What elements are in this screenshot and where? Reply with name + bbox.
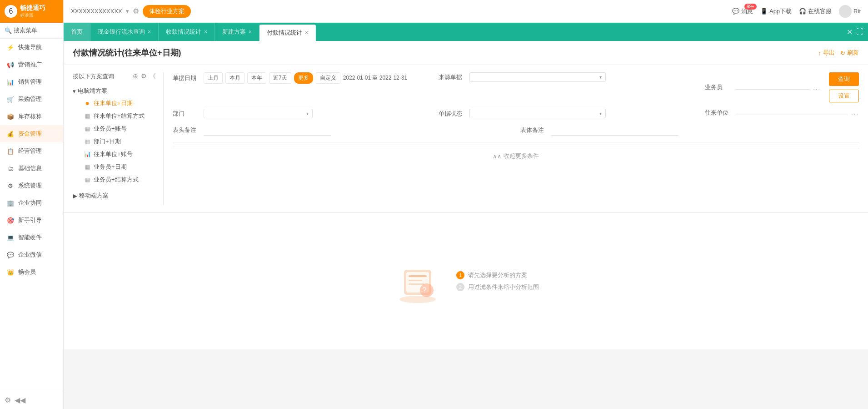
tab-home-label: 首页 [71,28,83,36]
scheme-item-salesman-settle[interactable]: ▦ 业务员+结算方式 [80,173,156,186]
page-content: 付款情况统计(往来单位+日期) ↑ 导出 ↻ 刷新 按以下方案查询 ⊕ [64,41,868,409]
salesman-input-area [736,86,809,90]
sidebar-item-sales[interactable]: 📊 销售管理 [0,73,63,91]
this-month-btn[interactable]: 本月 [225,72,244,84]
tab-bank-close[interactable]: × [148,29,151,35]
sidebar-item-guide[interactable]: 🎯 新手引导 [0,212,63,229]
user-avatar-action[interactable]: Rit [839,5,861,18]
svg-rect-4 [409,280,422,281]
company-name: XXXXXXXXXXXXX [71,8,122,15]
sidebar-item-member[interactable]: 👑 畅会员 [0,263,63,281]
tab-home[interactable]: 首页 [64,23,90,41]
tab-new-scheme[interactable]: 新建方案 × [215,23,259,41]
service-action[interactable]: 🎧 在线客服 [799,7,832,15]
search-menu[interactable]: 🔍 搜索菜单 [0,23,63,39]
close-all-tabs-icon[interactable]: ✕ [847,28,853,36]
status-select[interactable]: ▾ [469,109,606,118]
source-select[interactable]: ▾ [469,72,606,82]
settings-bottom-icon[interactable]: ⚙ [5,396,11,404]
tab-payment-stat-close[interactable]: × [305,30,308,36]
app-download-action[interactable]: 📱 App下载 [760,7,792,15]
sidebar-item-system[interactable]: ⚙ 系统管理 [0,177,63,194]
sidebar-item-corp[interactable]: 🏢 企业协同 [0,194,63,212]
tab-income[interactable]: 收款情况统计 × [159,23,215,41]
scheme-item-counterpart-account[interactable]: 📊 往来单位+账号 [80,148,156,161]
sidebar-nav: ⚡ 快捷导航 📢 营销推广 📊 销售管理 🛒 采购管理 📦 库存核算 💰 资金管… [0,39,63,391]
scheme-query-label: 按以下方案查询 [73,72,114,81]
last-7-btn[interactable]: 近7天 [269,72,291,84]
message-badge: 99+ [744,4,757,10]
sidebar-item-wechat[interactable]: 💬 企业微信 [0,246,63,263]
logo-sub: 标准版 [20,12,45,19]
header-right: 💬 消息 99+ 📱 App下载 🎧 在线客服 Rit [732,5,861,18]
tab-bank[interactable]: 现金银行流水查询 × [90,23,159,41]
setting-btn[interactable]: 设置 [829,90,859,102]
date-range-display: 2022-01-01 至 2022-12-31 [343,74,407,82]
tab-income-close[interactable]: × [204,29,207,35]
last-month-btn[interactable]: 上月 [204,72,223,84]
system-icon: ⚙ [6,182,15,190]
scheme-item-counterpart-settle[interactable]: ▦ 往来单位+结算方式 [80,110,156,122]
query-setting-area: 查询 设置 [829,72,859,102]
expand-icon[interactable]: ⛶ [856,28,863,36]
dept-arrow-icon: ▾ [306,111,309,116]
sidebar-item-purchase[interactable]: 🛒 采购管理 [0,91,63,108]
add-scheme-btn[interactable]: ⊕ [133,72,138,81]
sidebar-item-operations[interactable]: 📋 经营管理 [0,142,63,160]
this-year-btn[interactable]: 本年 [247,72,266,84]
body-note-input[interactable] [551,125,678,136]
svg-point-0 [399,296,436,303]
sidebar-item-hardware[interactable]: 💻 智能硬件 [0,229,63,246]
header-note-input[interactable] [204,125,331,136]
sidebar-item-inventory[interactable]: 📦 库存核算 [0,108,63,125]
scheme-item-icon-2: ▦ [84,138,91,145]
date-label: 单据日期 [173,74,200,82]
tab-new-scheme-close[interactable]: × [249,29,252,35]
filter-area: 按以下方案查询 ⊕ ⚙ 《 ▾ 电脑端方案 ● 往来 [64,65,868,213]
scheme-item-dept-date[interactable]: ▦ 部门+日期 [80,135,156,148]
sidebar-item-basic[interactable]: 🗂 基础信息 [0,160,63,177]
scheme-item-active-icon: ● [84,100,91,107]
sales-icon: 📊 [6,78,15,86]
query-btn[interactable]: 查询 [829,72,859,86]
collapse-sidebar-icon[interactable]: ◀◀ [15,396,25,404]
tab-payment-stat[interactable]: 付款情况统计 × [259,25,316,41]
scheme-item-salesman-date[interactable]: ▦ 业务员+日期 [80,161,156,173]
source-arrow-icon: ▾ [599,75,602,80]
header-note-label: 表头备注 [173,126,200,134]
salesman-dots-btn[interactable]: ... [813,84,821,91]
company-dropdown-icon[interactable]: ▾ [126,8,129,15]
counterpart-input-area [736,111,848,115]
refresh-btn[interactable]: ↻ 刷新 [840,49,859,57]
scheme-item-salesman-account[interactable]: ▦ 业务员+账号 [80,122,156,135]
dept-select[interactable]: ▾ [204,109,313,118]
sidebar-item-finance[interactable]: 💰 资金管理 [0,125,63,142]
sidebar-bottom: ⚙ ◀◀ [0,391,63,409]
basic-icon: 🗂 [6,164,15,172]
scheme-section-pc-title[interactable]: ▾ 电脑端方案 [73,85,156,97]
collapse-more-btn[interactable]: ∧∧ 收起更多条件 [173,148,859,164]
scheme-section-mobile-title[interactable]: ▶ 移动端方案 [73,190,156,202]
counterpart-dots-btn[interactable]: ... [851,110,859,116]
message-action[interactable]: 💬 消息 99+ [732,7,753,15]
more-btn[interactable]: 更多 [294,72,313,84]
scheme-settings-btn[interactable]: ⚙ [141,72,147,81]
export-icon: ↑ [818,50,822,56]
empty-state: ? 1 请先选择要分析的方案 2 用过滤条件来缩小分析范围 [64,213,868,349]
collapse-scheme-btn[interactable]: 《 [150,72,156,81]
scheme-item-icon-5: ▦ [84,176,91,183]
service-icon: 🎧 [799,8,806,15]
scheme-item-counterpart-date[interactable]: ● 往来单位+日期 [80,97,156,110]
scheme-panel-header-actions: ⊕ ⚙ 《 [133,72,156,81]
collapse-area: ∧∧ 收起更多条件 [173,142,859,164]
sidebar-item-marketing[interactable]: 📢 营销推广 [0,56,63,73]
settings-icon[interactable]: ⚙ [133,7,139,15]
trial-btn[interactable]: 体验行业方案 [143,5,191,18]
sidebar-item-quick-nav[interactable]: ⚡ 快捷导航 [0,39,63,56]
svg-point-6 [420,283,434,297]
salesman-label: 业务员 [705,83,732,91]
dept-label: 部门 [173,110,200,118]
export-btn[interactable]: ↑ 导出 [818,49,835,57]
finance-icon: 💰 [6,130,15,138]
custom-btn[interactable]: 自定义 [316,72,340,84]
